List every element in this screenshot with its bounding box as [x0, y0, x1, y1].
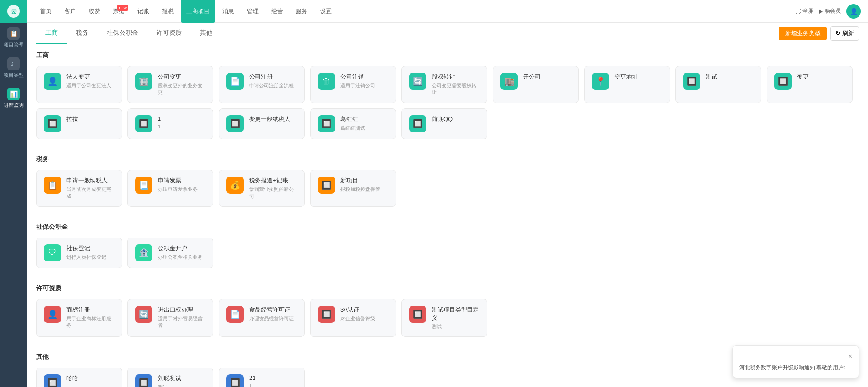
card-icon: 🔲: [226, 115, 244, 132]
gongshang-cards-grid: 👤法人变更适用于公司变更法人🏢公司变更股权变更外的业务变更📄公司注册申请公司注册…: [36, 66, 859, 139]
service-card-法人变更[interactable]: 👤法人变更适用于公司变更法人: [36, 66, 122, 103]
service-card-申请发票[interactable]: 📃申请发票办理申请发票业务: [127, 170, 213, 207]
nav-settings[interactable]: 设置: [315, 0, 337, 23]
card-icon: 🔄: [135, 306, 152, 323]
tab-qita[interactable]: 其他: [191, 23, 222, 44]
card-title: 拉拉: [66, 115, 114, 123]
card-text: 哈哈: [66, 374, 114, 384]
card-icon: 🔲: [135, 374, 152, 387]
card-title: 社保登记: [66, 244, 114, 252]
service-card-进出口权办理[interactable]: 🔄进出口权办理适用于对外贸易经营者: [127, 299, 213, 337]
nav-service[interactable]: 服务: [290, 0, 313, 23]
sidebar-item-project-type[interactable]: 🏷 项目类型: [0, 53, 27, 83]
new-type-button[interactable]: 新增业务类型: [779, 27, 827, 40]
service-card-变更一般纳税人[interactable]: 🔲变更一般纳税人: [219, 108, 305, 139]
service-card-哈哈[interactable]: 🔲哈哈: [36, 368, 122, 387]
service-card-申请一般纳税人[interactable]: 📋申请一般纳税人当月或次月成变更完成: [36, 170, 122, 207]
card-icon: 🏬: [500, 73, 518, 90]
section-title-xuke: 许可资质: [36, 284, 859, 293]
service-card-1[interactable]: 🔲11: [127, 108, 213, 139]
card-icon: 🔲: [318, 115, 335, 132]
nav-management[interactable]: 管理: [241, 0, 264, 23]
nav-bookkeeping[interactable]: 记账: [132, 0, 155, 23]
service-card-变更地址[interactable]: 📍变更地址: [584, 66, 670, 103]
card-text: 进出口权办理适用于对外贸易经营者: [158, 306, 206, 329]
card-desc: 进行人员社保登记: [66, 254, 114, 261]
card-desc: 测试: [432, 323, 480, 330]
service-card-社保登记[interactable]: 🛡社保登记进行人员社保登记: [36, 238, 122, 268]
card-desc: 测试: [158, 384, 206, 387]
tab-actions: 新增业务类型 ↻ 刷新: [779, 26, 859, 41]
service-card-商标注册[interactable]: 👤商标注册用于企业商标注册服务: [36, 299, 122, 337]
top-navigation: 首页 客户 收费 票据 new 记账 报税 工商项目 消息 管理 经营: [27, 0, 868, 23]
nav-business-project[interactable]: 工商项目: [181, 0, 215, 23]
tab-shebao[interactable]: 社保公积金: [98, 23, 147, 44]
tab-xuke[interactable]: 许可资质: [147, 23, 191, 44]
service-card-公积金开户[interactable]: 🏦公积金开户办理公积金相关业务: [127, 238, 213, 268]
card-text: 社保登记进行人员社保登记: [66, 244, 114, 261]
service-card-公司注册[interactable]: 📄公司注册申请公司注册全流程: [219, 66, 305, 103]
nav-customer[interactable]: 客户: [59, 0, 81, 23]
card-text: 3A认证对企业信誉评级: [340, 306, 388, 322]
service-card-股权转让[interactable]: 🔄股权转让公司变更需要股权转让: [401, 66, 487, 103]
card-text: 拉拉: [66, 115, 114, 125]
service-card-公司注销[interactable]: 🗑公司注销适用于注销公司: [310, 66, 396, 103]
tab-gongshang[interactable]: 工商: [36, 23, 67, 44]
notification-header: ×: [739, 351, 852, 361]
notification-close-button[interactable]: ×: [849, 351, 852, 361]
sidebar: 云 📋 项目管理 🏷 项目类型 📊 进度监测: [0, 0, 27, 387]
service-card-测试[interactable]: 🔲测试: [675, 66, 761, 103]
card-icon: 🔲: [409, 306, 426, 323]
service-card-21[interactable]: 🔲211: [219, 368, 305, 387]
avatar-icon: 👤: [850, 8, 858, 15]
refresh-button[interactable]: ↻ 刷新: [830, 26, 859, 41]
service-card-变更[interactable]: 🔲变更: [767, 66, 853, 103]
service-card-3A认证[interactable]: 🔲3A认证对企业信誉评级: [310, 299, 396, 337]
page-content: 工商 税务 社保公积金 许可资质 其他 新增业务类型 ↻: [27, 23, 868, 387]
sidebar-item-label: 项目类型: [4, 72, 24, 79]
sidebar-logo: 云: [0, 0, 27, 23]
nav-message[interactable]: 消息: [217, 0, 240, 23]
card-title: 测试项目类型目定义: [432, 306, 480, 322]
card-desc: 办理公积金相关业务: [158, 254, 206, 261]
tab-shuiwu[interactable]: 税务: [67, 23, 98, 44]
service-card-开公司[interactable]: 🏬开公司: [493, 66, 579, 103]
service-card-拉拉[interactable]: 🔲拉拉: [36, 108, 122, 139]
card-icon: 🏢: [135, 73, 152, 90]
member-button[interactable]: ▶ 畅会员: [819, 7, 841, 15]
sidebar-item-progress[interactable]: 📊 进度监测: [0, 83, 27, 113]
nav-tax[interactable]: 报税: [156, 0, 179, 23]
user-avatar[interactable]: 👤: [846, 4, 861, 19]
service-card-葛红红[interactable]: 🔲葛红红葛红红测试: [310, 108, 396, 139]
card-icon: 👤: [44, 73, 61, 90]
service-card-公司变更[interactable]: 🏢公司变更股权变更外的业务变更: [127, 66, 213, 103]
shuiwu-cards-grid: 📋申请一般纳税人当月或次月成变更完成📃申请发票办理申请发票业务💰税务报道+记账拿…: [36, 170, 859, 207]
service-card-前期QQ[interactable]: 🔲前期QQ: [401, 108, 487, 139]
card-desc: 报税加税控盘保管: [340, 186, 388, 193]
notification-text: 河北税务数字账户升级影响通知 尊敬的用户:: [739, 364, 852, 372]
card-text: 前期QQ: [432, 115, 480, 125]
service-card-新项目[interactable]: 🔲新项目报税加税控盘保管: [310, 170, 396, 207]
card-icon: 🔲: [774, 73, 792, 90]
card-title: 变更: [797, 73, 845, 81]
section-title-shuiwu: 税务: [36, 155, 859, 163]
card-desc: 1: [249, 382, 297, 387]
nav-invoice[interactable]: 票据 new: [108, 0, 130, 23]
card-desc: 拿到营业执照的新公司: [249, 186, 297, 200]
card-title: 变更一般纳税人: [249, 115, 297, 123]
card-icon: 🔲: [44, 374, 61, 387]
nav-operation[interactable]: 经营: [266, 0, 288, 23]
nav-home[interactable]: 首页: [34, 0, 57, 23]
progress-icon: 📊: [7, 88, 20, 100]
section-shuiwu: 税务 📋申请一般纳税人当月或次月成变更完成📃申请发票办理申请发票业务💰税务报道+…: [27, 148, 868, 207]
service-card-税务报道+记账[interactable]: 💰税务报道+记账拿到营业执照的新公司: [219, 170, 305, 207]
sidebar-item-project-management[interactable]: 📋 项目管理: [0, 23, 27, 53]
service-card-测试项目类型目定义[interactable]: 🔲测试项目类型目定义测试: [401, 299, 487, 337]
fullscreen-button[interactable]: ⛶ 全屏: [795, 7, 813, 15]
service-card-刘聪测试[interactable]: 🔲刘聪测试测试: [127, 368, 213, 387]
card-desc: 适用于公司变更法人: [66, 82, 114, 89]
nav-billing[interactable]: 收费: [83, 0, 106, 23]
section-xuke: 许可资质 👤商标注册用于企业商标注册服务🔄进出口权办理适用于对外贸易经营者📄食品…: [27, 277, 868, 337]
card-text: 公司变更股权变更外的业务变更: [158, 73, 206, 96]
service-card-食品经营许可证[interactable]: 📄食品经营许可证办理食品经营许可证: [219, 299, 305, 337]
